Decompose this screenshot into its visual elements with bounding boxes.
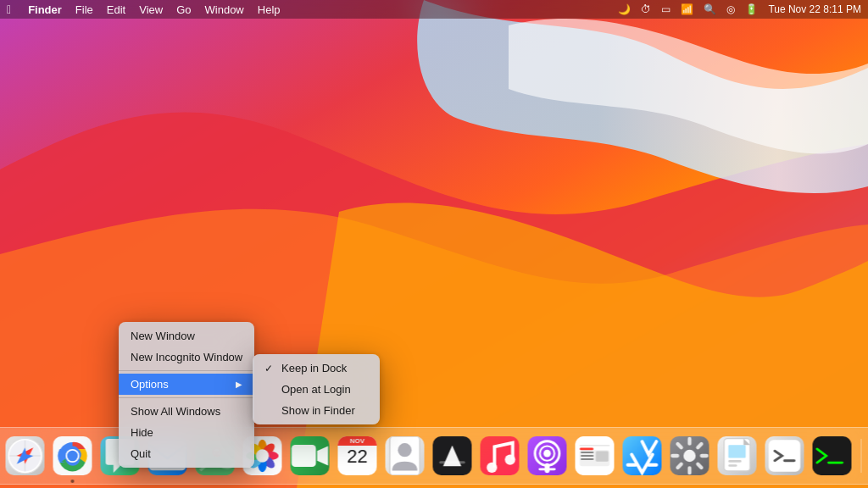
dock-script-editor[interactable] bbox=[763, 434, 807, 478]
dock-calendar[interactable]: NOV 22 bbox=[336, 434, 380, 478]
svg-rect-45 bbox=[439, 461, 465, 463]
svg-rect-57 bbox=[728, 445, 745, 458]
svg-marker-41 bbox=[317, 446, 328, 466]
submenu-show-in-finder[interactable]: Show in Finder bbox=[253, 400, 380, 421]
submenu-open-at-login[interactable]: Open at Login bbox=[253, 379, 380, 400]
menubar-search-icon[interactable]: 🔍 bbox=[704, 3, 716, 15]
dock-music[interactable] bbox=[478, 434, 522, 478]
menubar-finder[interactable]: Finder bbox=[28, 3, 62, 16]
svg-point-46 bbox=[487, 463, 497, 473]
menu-new-window[interactable]: New Window bbox=[119, 325, 254, 347]
menu-quit[interactable]: Quit bbox=[119, 443, 254, 464]
menubar-help[interactable]: Help bbox=[258, 3, 281, 16]
svg-rect-60 bbox=[769, 440, 800, 471]
calendar-month: NOV bbox=[338, 436, 377, 446]
svg-point-24 bbox=[67, 451, 78, 462]
calendar-day: 22 bbox=[347, 446, 367, 468]
dock-chrome[interactable] bbox=[51, 434, 95, 478]
svg-rect-58 bbox=[728, 460, 741, 463]
svg-point-48 bbox=[543, 450, 551, 458]
dock-safari[interactable] bbox=[3, 434, 47, 478]
svg-rect-53 bbox=[580, 448, 593, 451]
svg-point-55 bbox=[683, 450, 695, 462]
menubar-mirroring-icon: ▭ bbox=[661, 3, 670, 15]
apple-logo[interactable]:  bbox=[7, 3, 11, 16]
dock-terminal[interactable] bbox=[810, 434, 854, 478]
submenu-arrow-icon: ▶ bbox=[236, 380, 242, 389]
menubar-edit[interactable]: Edit bbox=[107, 3, 125, 16]
dock-podcasts[interactable] bbox=[526, 434, 570, 478]
dock-chrome-indicator bbox=[71, 480, 75, 483]
svg-rect-40 bbox=[292, 445, 316, 467]
menubar-window[interactable]: Window bbox=[205, 3, 244, 16]
menubar:  Finder File Edit View Go Window Help 🌙… bbox=[0, 0, 868, 19]
menu-hide[interactable]: Hide bbox=[119, 422, 254, 443]
menubar-datetime: Tue Nov 22 8:11 PM bbox=[768, 3, 861, 15]
no-check-icon-2 bbox=[264, 405, 276, 417]
menubar-screentime-icon: ⏱ bbox=[641, 3, 651, 15]
svg-point-43 bbox=[398, 443, 411, 457]
menubar-go[interactable]: Go bbox=[176, 3, 191, 16]
menu-options[interactable]: Options ▶ bbox=[119, 374, 254, 395]
menu-separator-2 bbox=[119, 397, 254, 398]
context-menu: New Window New Incognito Window Options … bbox=[119, 322, 254, 468]
menu-separator-1 bbox=[119, 370, 254, 371]
svg-rect-61 bbox=[813, 440, 852, 472]
dock-preview[interactable] bbox=[715, 434, 760, 478]
dock-contacts[interactable] bbox=[383, 434, 427, 478]
svg-point-47 bbox=[505, 454, 515, 464]
menubar-moon-icon: 🌙 bbox=[618, 3, 631, 15]
dock-appletv[interactable] bbox=[431, 434, 475, 478]
svg-point-39 bbox=[256, 449, 269, 462]
dock-appstore[interactable] bbox=[620, 434, 665, 478]
svg-rect-59 bbox=[728, 464, 737, 467]
menubar-wifi-icon: 📶 bbox=[681, 3, 693, 15]
dock-system-preferences[interactable] bbox=[668, 434, 712, 478]
menubar-battery-icon: 🔋 bbox=[745, 3, 758, 15]
dock-news[interactable] bbox=[573, 434, 617, 478]
menubar-siri-icon[interactable]: ◎ bbox=[726, 3, 735, 15]
menubar-file[interactable]: File bbox=[75, 3, 93, 16]
svg-rect-54 bbox=[596, 452, 609, 462]
submenu-keep-in-dock[interactable]: ✓ Keep in Dock bbox=[253, 358, 380, 379]
options-submenu: ✓ Keep in Dock Open at Login Show in Fin… bbox=[253, 354, 380, 424]
menu-show-all-windows[interactable]: Show All Windows bbox=[119, 401, 254, 422]
dock-facetime[interactable] bbox=[288, 434, 332, 478]
checkmark-icon: ✓ bbox=[264, 363, 276, 374]
menu-new-incognito[interactable]: New Incognito Window bbox=[119, 347, 254, 368]
svg-rect-50 bbox=[538, 468, 555, 470]
no-check-icon bbox=[264, 384, 276, 396]
dock-divider bbox=[861, 439, 862, 473]
desktop:  Finder File Edit View Go Window Help 🌙… bbox=[0, 0, 868, 488]
menubar-view[interactable]: View bbox=[139, 3, 163, 16]
